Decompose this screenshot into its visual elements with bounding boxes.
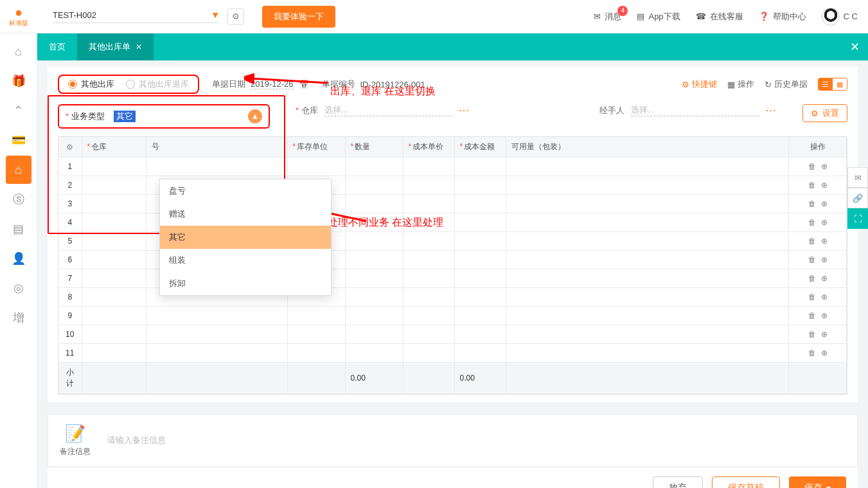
add-icon[interactable]: ⊕ [821, 218, 828, 227]
right-rail: ✉ 🔗 ⛶ [847, 167, 868, 229]
history-button[interactable]: ↻ 历史单据 [765, 78, 808, 90]
delete-icon[interactable]: 🗑 [808, 293, 816, 302]
radio-label: 其他出库退库 [139, 78, 189, 90]
gear-icon: ⚙ [682, 80, 689, 89]
radio-other-out-return[interactable]: 其他出库退库 [126, 78, 189, 90]
sidebar-item-home[interactable]: ⌂ [6, 37, 31, 66]
discard-button[interactable]: 放弃 [653, 476, 703, 488]
save-button[interactable]: 保存 ▾ [789, 476, 846, 488]
calendar-icon[interactable]: 📅 [299, 80, 309, 89]
dropdown-item[interactable]: 赠送 [160, 203, 331, 226]
chevron-up-icon[interactable]: ▲ [248, 109, 262, 123]
radio-other-out[interactable]: 其他出库 [68, 78, 114, 90]
settings-button[interactable]: ⚙ 设置 [802, 104, 847, 122]
operate-button[interactable]: ▦ 操作 [727, 78, 754, 90]
add-icon[interactable]: ⊕ [821, 330, 828, 339]
warehouse-lookup-button[interactable]: ··· [459, 105, 470, 115]
header-row: 其他出库 其他出库退库 单据日期 2019-12-26 📅 单据编号 [58, 75, 847, 94]
table-row[interactable]: 1🗑⊕ [58, 158, 847, 176]
online-cs-button[interactable]: ☎ 在线客服 [696, 11, 743, 23]
remarks-input[interactable]: 请输入备注信息 [107, 435, 846, 446]
add-icon[interactable]: ⊕ [821, 199, 828, 208]
delete-icon[interactable]: 🗑 [808, 199, 816, 208]
th-warehouse: *仓库 [82, 137, 146, 158]
row-index: 7 [58, 269, 82, 288]
delete-icon[interactable]: 🗑 [808, 218, 816, 227]
workspace-selector[interactable]: TEST-H002 ▼ [53, 10, 220, 23]
view-list-button[interactable]: ☰ [819, 78, 833, 90]
rail-expand-button[interactable]: ⛶ [847, 208, 868, 229]
delete-icon[interactable]: 🗑 [808, 330, 816, 339]
sidebar-item-inventory[interactable]: ⌂ [6, 156, 31, 184]
biz-type-field[interactable]: * 业务类型 其它 ▲ [58, 104, 270, 129]
delete-icon[interactable]: 🗑 [808, 274, 816, 283]
add-icon[interactable]: ⊕ [821, 348, 828, 357]
rail-link-button[interactable]: 🔗 [847, 188, 868, 208]
subtotal-qty: 0.00 [345, 363, 403, 394]
dropdown-item[interactable]: 拆卸 [160, 272, 331, 295]
edition-label: 标准版 [9, 19, 28, 28]
add-icon[interactable]: ⊕ [821, 274, 828, 283]
experience-button[interactable]: 我要体验一下 [262, 6, 335, 28]
row-actions: 🗑⊕ [789, 288, 847, 307]
handler-lookup-button[interactable]: ··· [766, 105, 777, 115]
sidebar-item-new[interactable]: 增 [6, 303, 31, 332]
delete-icon[interactable]: 🗑 [808, 181, 816, 190]
doc-date: 单据日期 2019-12-26 📅 [212, 78, 309, 90]
save-draft-button[interactable]: 保存草稿 [712, 476, 780, 488]
topbar-right: ✉ 消息 4 ▤ App下载 ☎ 在线客服 ❓ 帮助中心 C C [594, 8, 858, 26]
close-all-tabs-button[interactable]: ✕ [841, 33, 868, 60]
workspace-settings-button[interactable]: ⚙ [227, 8, 244, 25]
add-icon[interactable]: ⊕ [821, 293, 828, 302]
sidebar-item-sales[interactable]: 💳 [6, 126, 31, 154]
dropdown-item[interactable]: 组装 [160, 249, 331, 272]
help-center-button[interactable]: ❓ 帮助中心 [759, 11, 806, 23]
sidebar-item-gift[interactable]: 🎁 [6, 67, 31, 95]
user-menu[interactable]: C C [822, 8, 858, 26]
subtotal-row: 小计0.000.00 [58, 363, 847, 394]
delete-icon[interactable]: 🗑 [808, 162, 816, 171]
add-icon[interactable]: ⊕ [821, 311, 828, 320]
annotation-text-mid: 处理不同业务 在这里处理 [328, 216, 443, 230]
messages-button[interactable]: ✉ 消息 4 [594, 11, 621, 23]
remarks-panel: 📝 备注信息 请输入备注信息 [48, 414, 858, 467]
view-grid-button[interactable]: ▦ [833, 78, 847, 90]
radio-label: 其他出库 [81, 78, 114, 90]
close-icon[interactable]: ✕ [136, 42, 142, 51]
add-icon[interactable]: ⊕ [821, 255, 828, 264]
sidebar-item-finance[interactable]: ⓢ [6, 185, 31, 213]
row-index: 2 [58, 176, 82, 195]
username: C C [844, 12, 858, 21]
app-download-button[interactable]: ▤ App下载 [637, 11, 680, 23]
rail-note-button[interactable]: ✉ [847, 167, 868, 188]
sidebar-item-purchase[interactable]: ⌃ [6, 96, 31, 125]
delete-icon[interactable]: 🗑 [808, 311, 816, 320]
table-row[interactable]: 9🗑⊕ [58, 307, 847, 325]
date-value[interactable]: 2019-12-26 [251, 79, 294, 89]
tab-other-outbound[interactable]: 其他出库单 ✕ [77, 33, 154, 60]
table-settings-button[interactable]: ⚙ [58, 137, 82, 158]
tab-home[interactable]: 首页 [37, 33, 77, 60]
biz-type-label: 业务类型 [71, 111, 105, 121]
delete-icon[interactable]: 🗑 [808, 255, 816, 264]
delete-icon[interactable]: 🗑 [808, 237, 816, 246]
add-icon[interactable]: ⊕ [821, 237, 828, 246]
th-qty: *数量 [345, 137, 403, 158]
row-index: 11 [58, 344, 82, 363]
delete-icon[interactable]: 🗑 [808, 348, 816, 357]
dropdown-item[interactable]: 盘亏 [160, 179, 331, 203]
table-row[interactable]: 10🗑⊕ [58, 325, 847, 344]
view-toggle: ☰ ▦ [818, 78, 847, 91]
dropdown-item[interactable]: 其它 [160, 226, 331, 249]
shortcut-button[interactable]: ⚙ 快捷键 [682, 78, 717, 90]
sidebar-item-report[interactable]: ▤ [6, 215, 31, 243]
sidebar-item-more[interactable]: ◎ [6, 274, 31, 302]
add-icon[interactable]: ⊕ [821, 181, 828, 190]
row-actions: 🗑⊕ [789, 269, 847, 288]
add-icon[interactable]: ⊕ [821, 162, 828, 171]
history-icon: ↻ [765, 80, 772, 89]
handler-select[interactable]: 选择... [631, 104, 759, 116]
table-row[interactable]: 11🗑⊕ [58, 344, 847, 363]
sidebar-item-member[interactable]: 👤 [6, 244, 31, 273]
warehouse-select[interactable]: 选择... [324, 104, 453, 116]
